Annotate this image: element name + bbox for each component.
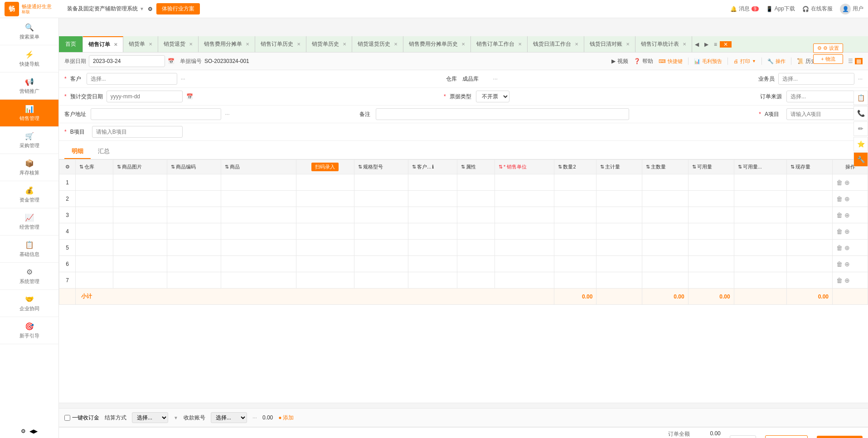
staff-dots[interactable]: ··· [858, 76, 863, 82]
dropdown-icon[interactable]: ▼ [140, 6, 144, 11]
tab-close-invoice[interactable]: ✕ [149, 42, 152, 47]
sidebar-collapse-icon[interactable]: ◀▶ [29, 428, 38, 434]
order-source-input[interactable] [786, 91, 863, 102]
sidebar-item-enterprise[interactable]: 🤝 企业协同 [0, 290, 58, 317]
delete-icon-4[interactable]: 🗑 [836, 228, 843, 235]
project-a-input[interactable] [786, 108, 863, 120]
delete-icon-7[interactable]: 🗑 [836, 277, 843, 284]
row-1-qty2[interactable] [554, 174, 596, 191]
tab-menu[interactable]: ≡ [711, 41, 720, 48]
account-dots[interactable]: ··· [252, 414, 257, 421]
row-2-unit[interactable] [495, 191, 554, 207]
tab-home[interactable]: 首页 [59, 36, 83, 53]
copy-icon-1[interactable]: ⊕ [844, 179, 850, 186]
tab-close-all[interactable]: ✕ [720, 41, 732, 48]
tab-sales-return[interactable]: 销货退货 ✕ [158, 36, 199, 53]
save-draft-button[interactable]: 保存草稿 ▼ [765, 435, 808, 438]
one-click-checkbox[interactable] [64, 415, 70, 421]
tab-order-history[interactable]: 销售订单历史 ✕ [255, 36, 306, 53]
tab-close-sales-order[interactable]: ✕ [114, 42, 117, 47]
app-download-btn[interactable]: 📱 App下载 [766, 5, 795, 13]
copy-icon-6[interactable]: ⊕ [844, 260, 850, 268]
row-2-code[interactable] [167, 191, 221, 207]
notice-btn[interactable]: 🔔 消息 9 [730, 5, 759, 13]
add-logistics-btn[interactable]: + 物流 [813, 54, 843, 64]
add-btn[interactable]: ● 添加 [278, 414, 293, 422]
sidebar-item-basic[interactable]: 📋 基础信息 [0, 236, 58, 263]
date-input[interactable] [89, 55, 165, 67]
right-btn-1[interactable]: 📋 [853, 91, 868, 105]
row-1-code[interactable] [167, 174, 221, 191]
tab-invoice-history[interactable]: 销货单历史 ✕ [306, 36, 352, 53]
tab-sales-order[interactable]: 销售订单 ✕ [83, 36, 123, 53]
sidebar-item-inventory[interactable]: 📦 库存核算 [0, 154, 58, 181]
tab-next[interactable]: ▶ [702, 41, 711, 48]
row-1-product[interactable] [221, 174, 296, 191]
discard-button[interactable]: 放弃 [730, 435, 756, 438]
account-select[interactable]: 选择... [211, 412, 247, 423]
system-title-dropdown[interactable]: 装备及固定资产辅助管理系统 ▼ [63, 5, 144, 13]
copy-icon-7[interactable]: ⊕ [844, 277, 850, 284]
tab-close-expense-history[interactable]: ✕ [461, 42, 465, 47]
delivery-calendar-icon[interactable]: 📅 [186, 93, 193, 100]
row-1-warehouse[interactable] [76, 174, 113, 191]
view-btn[interactable]: ▶ 视频 [611, 58, 628, 65]
print-btn[interactable]: 🖨 打印 ▼ [733, 58, 756, 65]
tab-return-history[interactable]: 销货退货历史 ✕ [352, 36, 403, 53]
row-2-product[interactable] [221, 191, 296, 207]
tab-close-invoice-history[interactable]: ✕ [343, 42, 346, 47]
project-b-input[interactable] [92, 126, 183, 138]
save-new-button[interactable]: 保存&新增 ▼ [817, 436, 863, 438]
th-spec[interactable]: ⇅规格型号 [354, 160, 408, 174]
tab-close-reconciliation[interactable]: ✕ [626, 42, 630, 47]
scheme-button[interactable]: 体验行业方案 [156, 3, 200, 14]
sidebar-item-finance[interactable]: 💰 资金管理 [0, 181, 58, 208]
scan-button[interactable]: 扫码录入 [311, 163, 339, 171]
sidebar-item-marketing[interactable]: 📢 营销推广 [0, 72, 58, 100]
row-2-qty2[interactable] [554, 191, 596, 207]
sidebar-item-management[interactable]: 📈 经营管理 [0, 208, 58, 236]
tab-detail[interactable]: 明细 [64, 144, 91, 159]
profit-btn[interactable]: 📊 毛利预告 [694, 58, 722, 65]
help-btn[interactable]: ❓ 帮助 [634, 58, 653, 65]
tab-close-daily-workbench[interactable]: ✕ [575, 42, 578, 47]
sidebar-item-quicknav[interactable]: ⚡ 快捷导航 [0, 45, 58, 72]
right-btn-5[interactable]: 🔧 [853, 152, 868, 167]
sidebar-item-sales[interactable]: 📊 销售管理 [0, 100, 58, 127]
delete-icon-3[interactable]: 🗑 [836, 212, 843, 219]
th-scan[interactable]: 扫码录入 [296, 160, 354, 174]
tab-close-return-history[interactable]: ✕ [394, 42, 398, 47]
tab-stats[interactable]: 销售订单统计表 ✕ [635, 36, 692, 53]
list-view-icon[interactable]: ☰ [848, 58, 853, 64]
tab-summary[interactable]: 汇总 [91, 144, 117, 159]
sidebar-item-system[interactable]: ⚙ 系统管理 [0, 263, 58, 290]
th-product[interactable]: ⇅商品 [221, 160, 296, 174]
online-service-btn[interactable]: 🎧 在线客服 [802, 5, 833, 13]
grid-view-icon[interactable]: ▦ [855, 58, 863, 64]
payment-dropdown-icon[interactable]: ▼ [174, 415, 178, 420]
user-btn[interactable]: 👤 用户 [840, 4, 863, 14]
customer-input[interactable] [87, 73, 177, 85]
address-input[interactable] [91, 108, 221, 120]
row-2-warehouse[interactable] [76, 191, 113, 207]
row-2-main-qty[interactable] [642, 191, 688, 207]
copy-icon-3[interactable]: ⊕ [844, 212, 850, 219]
remark-input[interactable] [376, 108, 629, 120]
right-btn-4[interactable]: ⭐ [853, 137, 868, 151]
warehouse-dots[interactable]: ··· [493, 76, 498, 82]
th-warehouse[interactable]: ⇅仓库 [76, 160, 113, 174]
customer-dots[interactable]: ··· [181, 76, 185, 82]
row-1-unit[interactable] [495, 174, 554, 191]
tab-close-return[interactable]: ✕ [189, 42, 193, 47]
staff-input[interactable] [778, 73, 854, 85]
tab-close-order-workbench[interactable]: ✕ [518, 42, 522, 47]
shortcut-btn[interactable]: ⌨ 快捷键 [659, 58, 683, 65]
delete-icon-1[interactable]: 🗑 [836, 179, 843, 186]
settings-btn[interactable]: ⚙ ⚙ 设置 [813, 53, 843, 53]
delete-icon-5[interactable]: 🗑 [836, 244, 843, 251]
print-dropdown-icon[interactable]: ▼ [752, 59, 756, 63]
sidebar-item-search[interactable]: 🔍 搜索菜单 [0, 18, 58, 45]
row-1-main-qty[interactable] [642, 174, 688, 191]
sidebar-settings-icon[interactable]: ⚙ [21, 428, 26, 434]
tab-prev[interactable]: ◀ [692, 41, 702, 48]
